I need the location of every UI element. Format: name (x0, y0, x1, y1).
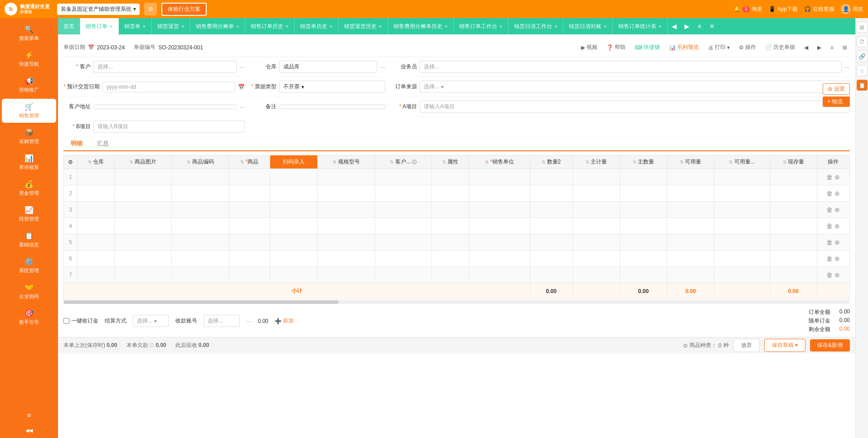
row-copy-icon[interactable]: ⊕ (834, 190, 840, 197)
tab-sales-slip-hist[interactable]: 销货单历史 ✕ (295, 18, 339, 34)
col-product[interactable]: ⇅ *商品 (229, 155, 270, 169)
delivery-input[interactable]: yyyy-mm-dd (102, 82, 235, 92)
tab-close-icon[interactable]: ✕ (554, 24, 558, 29)
online-support-item[interactable]: 🎧 在线客服 (804, 5, 834, 13)
app-download-item[interactable]: 📱 App下载 (769, 5, 798, 13)
tab-close-icon[interactable]: ✕ (329, 24, 333, 29)
tab-daily-workbench[interactable]: 钱货日清工作台 ✕ (509, 18, 563, 34)
col-customer-sku[interactable]: ⇅ 客户... ⓘ (375, 155, 432, 169)
detail-tab-detail[interactable]: 明细 (63, 137, 90, 151)
col-main-unit[interactable]: ⇅ 主计量 (572, 155, 620, 169)
warehouse-more-btn[interactable]: ··· (380, 63, 385, 71)
row-delete-icon[interactable]: 🗑 (826, 222, 833, 230)
full-btn[interactable]: ⊞ (840, 43, 850, 52)
horizontal-scrollbar[interactable] (63, 299, 850, 305)
invoice-select[interactable]: 不开票 ▾ (279, 81, 385, 93)
industry-button[interactable]: 体验行业方案 (161, 3, 207, 16)
tab-sales-report[interactable]: 销售订单统计表 ✕ (613, 18, 668, 34)
tab-prev-btn[interactable]: ◀ (668, 18, 680, 34)
tab-close-icon[interactable]: ✕ (499, 24, 503, 29)
calendar-icon[interactable]: 📅 (238, 84, 245, 90)
a-project-input[interactable]: 请输入A项目 (420, 101, 850, 113)
tab-close-icon[interactable]: ✕ (285, 24, 289, 29)
tab-sales-order-hist[interactable]: 销售订单历史 ✕ (245, 18, 295, 34)
tab-close-icon[interactable]: ✕ (109, 24, 113, 29)
tab-home[interactable]: 首页 (58, 18, 80, 34)
customer-more-btn[interactable]: ··· (239, 63, 245, 71)
payment-method-select[interactable]: 选择... ▾ (133, 315, 169, 327)
tab-expense-hist[interactable]: 销售费用分摊单历史 ✕ (388, 18, 454, 34)
address-more-btn[interactable]: ··· (239, 103, 245, 111)
sidebar-item-basic-info[interactable]: 📋 基础信息 (2, 228, 56, 252)
right-panel-icon-4[interactable]: ☆ (857, 65, 868, 76)
tab-next-btn[interactable]: ▶ (680, 18, 693, 34)
save-draft-button[interactable]: 保存草稿 ▾ (764, 339, 805, 352)
discard-button[interactable]: 放弃 (733, 339, 760, 352)
col-main-qty[interactable]: ⇅ 主数量 (620, 155, 667, 169)
sidebar-settings-btn[interactable]: ⚙ (2, 409, 56, 422)
tab-list-btn[interactable]: ≡ (693, 18, 706, 34)
warehouse-input[interactable]: 成品库 (279, 61, 377, 73)
tab-close-all-btn[interactable]: ✕ (706, 18, 718, 34)
sidebar-item-operations[interactable]: 📈 经营管理 (2, 202, 56, 226)
sidebar-item-sales[interactable]: 🛒 销售管理 (2, 99, 56, 123)
tab-sales-expense[interactable]: 销售费用分摊单 ✕ (190, 18, 245, 34)
tab-close-icon[interactable]: ✕ (378, 24, 382, 29)
address-input[interactable] (93, 105, 237, 109)
col-warehouse[interactable]: ⇅ 仓库 (78, 155, 115, 169)
col-image[interactable]: ⇅ 商品图片 (114, 155, 171, 169)
tab-close-icon[interactable]: ✕ (236, 24, 239, 29)
right-panel-icon-5[interactable]: 📋 (857, 80, 868, 91)
notes-input[interactable] (279, 105, 385, 109)
tab-workbench[interactable]: 销售订单工作台 ✕ (454, 18, 509, 34)
col-available[interactable]: ⇅ 可用量 (667, 155, 714, 169)
profit-btn[interactable]: 📊 毛利预览 (666, 43, 702, 52)
sidebar-item-guide[interactable]: 🎯 新手引导 (2, 305, 56, 329)
view-toggle-btn[interactable]: ≡ (828, 43, 836, 52)
row-copy-icon[interactable]: ⊕ (834, 222, 840, 230)
row-copy-icon[interactable]: ⊕ (834, 255, 840, 262)
col-unit[interactable]: ⇅ *销售单位 (469, 155, 530, 169)
col-available2[interactable]: ⇅ 可用量... (714, 155, 770, 169)
detail-tab-summary[interactable]: 汇总 (90, 137, 116, 150)
right-panel-icon-2[interactable]: ⏱ (857, 36, 868, 47)
nav-prev-btn[interactable]: ◀ (801, 43, 811, 52)
sidebar-item-inventory[interactable]: 📊 库存核算 (2, 150, 56, 174)
col-qty2[interactable]: ⇅ 数量2 (530, 155, 572, 169)
sidebar-item-system[interactable]: ⚙️ 系统管理 (2, 254, 56, 278)
row-copy-icon[interactable]: ⊕ (834, 173, 840, 181)
preview-btn[interactable]: ▶ 视频 (578, 43, 600, 52)
print-btn[interactable]: 🖨 打印 ▾ (705, 43, 732, 52)
history-btn[interactable]: 📄 历史单据 (762, 43, 798, 52)
col-settings[interactable]: ⚙ (64, 155, 78, 169)
add-logistics-btn[interactable]: + 物流 (823, 96, 850, 107)
row-delete-icon[interactable]: 🗑 (826, 271, 833, 279)
payment-account-select[interactable]: 选择... (204, 315, 240, 327)
sidebar-item-purchase[interactable]: 📦 采购管理 (2, 125, 56, 149)
user-item[interactable]: 👤 用友 (841, 4, 863, 14)
col-attr[interactable]: ⇅ 属性 (432, 155, 469, 169)
shortcut-btn[interactable]: ⌨ 快捷键 (632, 43, 663, 52)
tab-close-icon[interactable]: ✕ (142, 24, 146, 29)
operation-btn[interactable]: ⚙ 操作 (736, 43, 759, 52)
sidebar-item-search[interactable]: 🔍 搜索菜单 (2, 21, 56, 45)
row-delete-icon[interactable]: 🗑 (826, 255, 833, 262)
row-delete-icon[interactable]: 🗑 (826, 190, 833, 197)
right-panel-icon-1[interactable]: ⊞ (857, 22, 868, 33)
right-panel-icon-3[interactable]: 🔗 (857, 51, 868, 62)
row-copy-icon[interactable]: ⊕ (834, 206, 840, 213)
add-payment-btn[interactable]: ➕ 添加 (275, 317, 294, 325)
tab-close-icon[interactable]: ✕ (444, 24, 448, 29)
row-copy-icon[interactable]: ⊕ (834, 239, 840, 246)
help-btn[interactable]: ❓ 帮助 (604, 43, 628, 52)
col-current[interactable]: ⇅ 现存量 (770, 155, 817, 169)
notification-item[interactable]: 🔔 9 淘里 (734, 5, 762, 13)
tab-daily-reconcile[interactable]: 钱货日清对账 ✕ (563, 18, 613, 34)
col-sku[interactable]: ⇅ 商品编码 (172, 155, 229, 169)
tab-close-icon[interactable]: ✕ (181, 24, 184, 29)
staff-input[interactable]: 选择... (420, 61, 842, 73)
quick-checkout-checkbox[interactable]: 一键收订金 (63, 317, 98, 325)
staff-more-btn[interactable]: ··· (844, 63, 850, 71)
settings-quick-btn[interactable]: ⚙ 设置 (823, 83, 850, 95)
row-copy-icon[interactable]: ⊕ (834, 271, 840, 279)
